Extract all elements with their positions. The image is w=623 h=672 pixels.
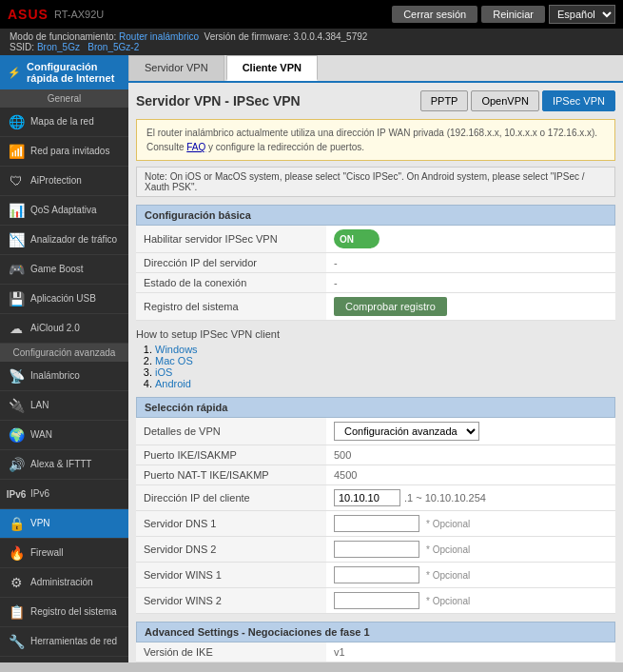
sidebar-item-aiprotection[interactable]: 🛡 AiProtection [0,167,128,196]
sidebar-item-system-log[interactable]: 📋 Registro del sistema [0,598,128,627]
connection-status-label: Estado de la conexión [136,273,326,293]
faq-link[interactable]: FAQ [186,142,205,152]
ssid-5[interactable]: Bron_5Gz-2 [88,42,139,52]
tab-vpn-server[interactable]: Servidor VPN [128,55,224,81]
sidebar-label-usb: Aplicación USB [30,293,96,305]
sidebar-item-traffic-analyzer[interactable]: 📉 Analizador de tráfico [0,226,128,255]
sidebar-item-aicloud[interactable]: ☁ AiCloud 2.0 [0,314,128,344]
page-title: Servidor VPN - IPSec VPN PPTP OpenVPN IP… [136,90,615,111]
quick-select-header: Selección rápida [136,397,615,418]
model-name: RT-AX92U [54,9,104,20]
ike-version-label: Versión de IKE [136,642,326,662]
language-select[interactable]: Español [549,5,615,24]
sidebar-item-ipv6[interactable]: IPv6 IPv6 [0,480,128,509]
dns2-input[interactable] [334,541,419,558]
lan-icon: 🔌 [8,397,25,414]
basic-config-header: Configuración básica [136,205,615,226]
admin-icon: ⚙ [8,574,25,591]
windows-link[interactable]: Windows [155,344,198,355]
wins2-input[interactable] [334,592,419,609]
client-ip-input[interactable] [334,489,400,506]
aicloud-icon: ☁ [8,320,25,337]
wins2-hint: * Opcional [426,596,470,606]
sidebar-label-nettools: Herramientas de red [30,636,117,647]
ipsec-button[interactable]: IPSec VPN [542,90,615,111]
sidebar-item-quick[interactable]: ⚡ Configuración rápida de Internet [0,55,128,89]
table-row: Servidor DNS 2 * Opcional [136,537,615,563]
dns2-hint: * Opcional [426,544,470,555]
dns1-value: * Opcional [326,511,615,537]
sidebar-item-administration[interactable]: ⚙ Administración [0,568,128,598]
sidebar-item-alexa[interactable]: 🔊 Alexa & IFTTT [0,450,128,480]
tab-vpn-client[interactable]: Cliente VPN [226,55,318,81]
ip-range-text: .1 ~ 10.10.10.254 [404,492,486,504]
openvpn-button[interactable]: OpenVPN [471,90,539,111]
header: ASUS RT-AX92U Cerrar sesión Reiniciar Es… [0,0,623,29]
info-bar: Modo de funcionamiento: Router inalámbri… [0,29,623,55]
header-buttons: Cerrar sesión Reiniciar Español [392,5,615,24]
info-text2: y configure la redirección de puertos. [205,142,364,152]
sidebar-item-wireless[interactable]: 📡 Inalámbrico [0,362,128,391]
firmware-label: Versión de firmware: [202,31,291,42]
list-item: iOS [155,366,615,378]
wins1-input[interactable] [334,566,419,583]
wins1-value: * Opcional [326,563,615,588]
sidebar-item-qos[interactable]: 📊 QoS Adaptativa [0,196,128,226]
sidebar-label-guest-network: Red para invitados [30,146,109,157]
game-icon: 🎮 [8,261,25,278]
qos-icon: 📊 [8,202,25,219]
wan-icon: 🌍 [8,426,25,444]
vpn-toggle[interactable]: ON [334,229,380,248]
client-ip-value: .1 ~ 10.10.10.254 [326,485,615,511]
general-section-title: General [0,89,128,108]
ike-port-value: 500 [326,445,615,465]
ssid-24[interactable]: Bron_5Gz [37,42,80,52]
alexa-icon: 🔊 [8,456,25,473]
sidebar-item-game-boost[interactable]: 🎮 Game Boost [0,255,128,285]
sidebar-label-lan: LAN [30,400,49,411]
sidebar-item-lan[interactable]: 🔌 LAN [0,391,128,421]
vpn-type-buttons: PPTP OpenVPN IPSec VPN [420,90,615,111]
page-content: Servidor VPN - IPSec VPN PPTP OpenVPN IP… [128,83,623,662]
quick-label: Configuración rápida de Internet [27,61,121,84]
table-row: Puerto NAT-T IKE/ISAKMP 4500 [136,465,615,485]
firmware-value: 3.0.0.4.384_5792 [294,31,368,42]
sidebar-item-wan[interactable]: 🌍 WAN [0,421,128,450]
vpn-details-value: Configuración avanzada [326,418,615,445]
macos-link[interactable]: Mac OS [155,355,193,366]
mode-label: Modo de funcionamiento: [10,31,116,42]
sidebar-item-usb-app[interactable]: 💾 Aplicación USB [0,285,128,314]
system-log-value: Comprobar registro [326,293,615,321]
mode-value[interactable]: Router inalámbrico [119,31,199,42]
advanced-section-title: Configuración avanzada [0,344,128,362]
advanced-settings-header: Advanced Settings - Negociaciones de fas… [136,622,615,642]
sidebar-item-network-tools[interactable]: 🔧 Herramientas de red [0,627,128,657]
table-row: Habilitar servidor IPSec VPN ON [136,226,615,253]
sidebar-item-firewall[interactable]: 🔥 Firewall [0,539,128,568]
restart-button[interactable]: Reiniciar [481,6,545,23]
sidebar-label-firewall: Firewall [30,547,63,559]
traffic-icon: 📉 [8,231,25,248]
firewall-icon: 🔥 [8,544,25,562]
table-row: Modo de intercambio [136,662,615,663]
check-log-button[interactable]: Comprobar registro [334,297,447,316]
nat-port-value: 4500 [326,465,615,485]
ipv6-icon: IPv6 [8,485,25,503]
sidebar-item-network-map[interactable]: 🌐 Mapa de la red [0,108,128,137]
ios-link[interactable]: iOS [155,366,172,378]
pptp-button[interactable]: PPTP [420,90,469,111]
sidebar-label-wireless: Inalámbrico [30,370,80,382]
logout-button[interactable]: Cerrar sesión [392,6,477,23]
server-ip-value: - [326,253,615,273]
sidebar-label-vpn: VPN [30,518,50,529]
quick-icon: ⚡ [8,67,21,79]
sidebar-label-qos: QoS Adaptativa [30,205,97,216]
vpn-details-select[interactable]: Configuración avanzada [334,422,479,441]
sidebar-item-guest-network[interactable]: 📶 Red para invitados [0,137,128,167]
sidebar-label-aiprotection: AiProtection [30,175,82,187]
table-row: Estado de la conexión - [136,273,615,293]
android-link[interactable]: Android [155,378,191,389]
dns1-input[interactable] [334,515,419,532]
sidebar-item-vpn[interactable]: 🔒 VPN [0,509,128,539]
advanced-settings-table: Versión de IKE v1 Modo de intercambio [136,642,615,662]
